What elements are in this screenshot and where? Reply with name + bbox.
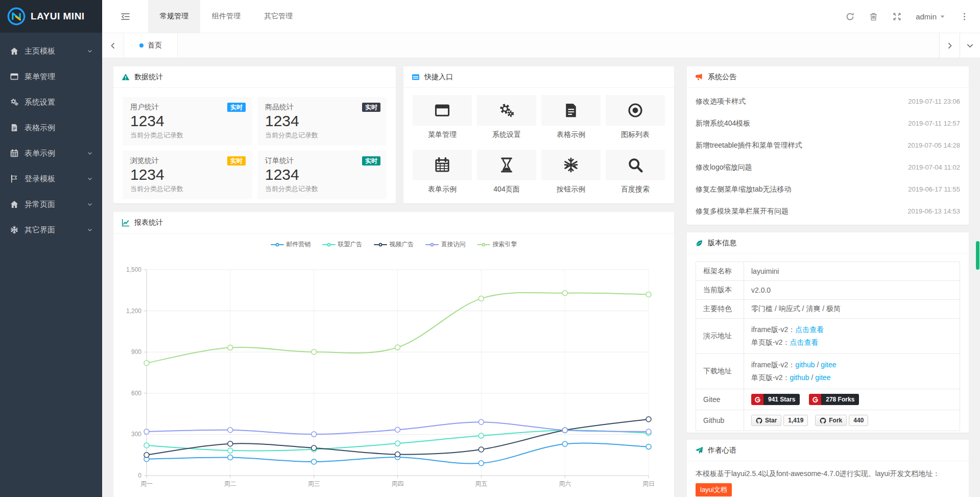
demo-link-spa[interactable]: 点击查看 xyxy=(790,338,818,346)
quick-entry-tile[interactable] xyxy=(541,95,601,126)
header-tab[interactable]: 组件管理 xyxy=(200,0,252,33)
legend-label: 直接访问 xyxy=(441,240,466,249)
quick-entry-tile[interactable] xyxy=(413,150,472,180)
quick-entry-label: 系统设置 xyxy=(492,130,521,139)
announcement-row: 新增系统404模板 2019-07-11 12:57 xyxy=(687,112,969,134)
panel-header: 版本信息 xyxy=(687,232,969,254)
status-badge: 实时 xyxy=(227,156,246,165)
sidebar-item[interactable]: 其它界面 xyxy=(0,217,102,243)
header-tab[interactable]: 其它管理 xyxy=(252,0,304,33)
download-link-gitee[interactable]: gitee xyxy=(815,373,830,382)
gitee-stars-badge[interactable]: 941 Stars xyxy=(751,394,800,405)
quick-entry-tile[interactable] xyxy=(477,150,536,180)
bullhorn-icon xyxy=(695,73,703,81)
cogs-icon xyxy=(499,103,514,118)
panel-header: 数据统计 xyxy=(113,66,396,88)
legend-item[interactable]: 直接访问 xyxy=(425,240,466,249)
quick-entry-tile[interactable] xyxy=(606,95,665,126)
panel-author-words: 作者心语 本模板基于layui2.5.4以及font-awesome-4.7.0… xyxy=(687,440,969,497)
ellipsis-icon[interactable] xyxy=(952,0,976,33)
tab-home-label: 首页 xyxy=(148,41,162,50)
panel-header: 作者心语 xyxy=(687,440,969,461)
sidebar-item[interactable]: 系统设置 xyxy=(0,89,102,115)
svg-text:300: 300 xyxy=(131,431,141,438)
legend-item[interactable]: 搜索引擎 xyxy=(477,240,517,249)
chevron-right-icon[interactable] xyxy=(939,33,960,58)
window-icon xyxy=(10,73,19,81)
legend-item[interactable]: 邮件营销 xyxy=(271,240,311,249)
quick-entry-cell: 表格示例 xyxy=(541,95,601,139)
app-title: LAYUI MINI xyxy=(31,11,85,22)
sidebar-item[interactable]: 异常页面 xyxy=(0,192,102,217)
demo-line-prefix: 单页版-v2： xyxy=(751,338,790,346)
panel-version-info: 版本信息 框架名称 layuimini 当前版本 v2.0.0 主要特色 零门槛… xyxy=(687,232,969,433)
github-fork-count[interactable]: 440 xyxy=(849,415,868,426)
quick-entry-tile[interactable] xyxy=(477,95,536,126)
quick-entry-cell: 按钮示例 xyxy=(541,150,601,194)
svg-text:周六: 周六 xyxy=(559,480,571,487)
home-icon xyxy=(10,47,19,55)
toggle-icon[interactable] xyxy=(102,0,148,33)
gitee-stars-count: 941 Stars xyxy=(763,394,800,405)
sidebar-item[interactable]: 主页模板 xyxy=(0,38,102,64)
quick-entry-tile[interactable] xyxy=(606,150,665,180)
tab-home[interactable]: 首页 xyxy=(124,33,178,58)
layui-logo-icon xyxy=(7,7,26,26)
warning-icon xyxy=(122,73,130,81)
panel-header: 快捷入口 xyxy=(403,66,674,88)
quick-entry-tile[interactable] xyxy=(541,150,601,180)
quick-tiles: 菜单管理 系统设置 表格示例 图标列表 xyxy=(403,88,674,203)
flag-icon xyxy=(10,175,19,183)
github-fork-button[interactable]: Fork xyxy=(815,415,847,426)
download-line-prefix: 单页版-v2： xyxy=(751,373,790,382)
current-version: v2.0.0 xyxy=(744,281,960,300)
quick-entry-label: 表格示例 xyxy=(557,130,585,139)
gitee-forks-count: 278 Forks xyxy=(821,394,859,405)
sidebar-item-label: 登录模板 xyxy=(25,174,55,184)
sidebar-item-label: 异常页面 xyxy=(25,200,55,209)
gitee-forks-badge[interactable]: 278 Forks xyxy=(809,394,859,405)
sidebar-item[interactable]: 表单示例 xyxy=(0,140,102,166)
download-link-github[interactable]: github xyxy=(795,361,815,369)
panel-quick-entry: 快捷入口 菜单管理 系统设置 表格示例 xyxy=(403,66,674,203)
chevron-down-icon xyxy=(87,48,93,54)
version-row-label: Gitee xyxy=(696,389,744,410)
legend-item[interactable]: 联盟广告 xyxy=(322,240,363,249)
announcement-list: 修改选项卡样式 2019-07-11 23:06 新增系统404模板 2019-… xyxy=(687,88,969,222)
refresh-icon[interactable] xyxy=(838,0,862,33)
chevron-left-icon[interactable] xyxy=(102,33,124,58)
sidebar-item[interactable]: 菜单管理 xyxy=(0,64,102,89)
status-badge: 实时 xyxy=(362,103,380,112)
download-link-gitee[interactable]: gitee xyxy=(821,361,836,369)
chevron-down-icon[interactable] xyxy=(960,33,980,58)
quick-entry-cell: 系统设置 xyxy=(477,95,536,139)
leaf-icon xyxy=(695,239,703,247)
svg-text:周日: 周日 xyxy=(642,480,655,487)
gitee-icon xyxy=(751,394,763,405)
quick-entry-tile[interactable] xyxy=(413,95,472,126)
demo-link-iframe[interactable]: 点击查看 xyxy=(795,325,824,334)
panel-report: 报表统计 邮件营销联盟广告视频广告直接访问搜索引擎 03006009001,20… xyxy=(113,212,674,497)
panel-header: 报表统计 xyxy=(113,212,674,233)
legend-item[interactable]: 视频广告 xyxy=(374,240,414,249)
announcement-date: 2019-07-11 12:57 xyxy=(908,120,960,127)
status-badge: 实时 xyxy=(362,156,380,165)
svg-text:周四: 周四 xyxy=(392,480,404,487)
svg-text:周二: 周二 xyxy=(224,480,236,487)
expand-icon[interactable] xyxy=(885,0,909,33)
user-menu[interactable]: admin xyxy=(909,0,952,33)
author-words: 本模板基于layui2.5.4以及font-awesome-4.7.0进行实现。… xyxy=(687,461,969,497)
framework-name: layuimini xyxy=(744,262,960,281)
tab-bar-controls xyxy=(939,33,980,58)
header-tab[interactable]: 常规管理 xyxy=(148,0,200,33)
announcement-date: 2019-07-04 11:02 xyxy=(908,163,960,171)
download-link-github[interactable]: github xyxy=(790,373,809,382)
sidebar-item[interactable]: 登录模板 xyxy=(0,166,102,192)
sidebar-item[interactable]: 表格示例 xyxy=(0,115,102,140)
github-star-count[interactable]: 1,419 xyxy=(783,415,808,426)
page-scrollbar-thumb[interactable] xyxy=(976,241,979,270)
layui-doc-badge[interactable]: layui文档 xyxy=(696,483,732,497)
github-star-button[interactable]: Star xyxy=(751,415,781,426)
app-logo[interactable]: LAYUI MINI xyxy=(0,0,102,33)
trash-icon[interactable] xyxy=(862,0,885,33)
